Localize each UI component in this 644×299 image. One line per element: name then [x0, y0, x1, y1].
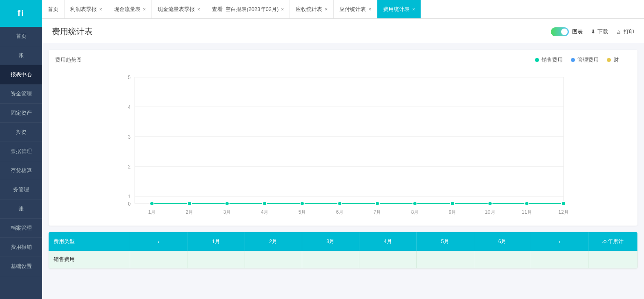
th-month-3: 3月	[302, 232, 359, 251]
page-header: 费用统计表 图表 ⬇ 下载 🖨 打印	[42, 19, 644, 43]
sidebar-item-file-management[interactable]: 档案管理	[0, 219, 42, 238]
table-header: 费用类型 ‹ 1月 2月 3月 4月 5月	[49, 232, 637, 251]
sidebar-item-home[interactable]: 首页	[0, 27, 42, 46]
sidebar-item-fixed-assets[interactable]: 固定资产	[0, 104, 42, 123]
sidebar-item-business-management[interactable]: 务管理	[0, 180, 42, 199]
td-spacer	[130, 251, 187, 268]
svg-text:2: 2	[128, 164, 131, 170]
tab-close-blank-report[interactable]: ×	[281, 7, 284, 12]
svg-point-34	[450, 202, 455, 206]
header-actions: 图表 ⬇ 下载 🖨 打印	[551, 27, 634, 36]
legend-dot-admin	[571, 58, 575, 62]
chart-legend: 销售费用 管理费用 财	[535, 56, 619, 64]
sidebar-item-fund-management[interactable]: 资金管理	[0, 84, 42, 104]
legend-admin-expense: 管理费用	[571, 56, 599, 64]
svg-point-32	[375, 202, 379, 206]
th-prev-arrow[interactable]: ‹	[130, 232, 187, 251]
td-ytd	[588, 251, 637, 268]
sidebar-item-payable[interactable]: 账	[0, 199, 42, 219]
svg-text:0: 0	[128, 201, 131, 207]
td-m3	[302, 251, 359, 268]
main-content: 首页 利润表季报 × 现金流量表 × 现金流量表季报 × 查看_空白报表(202…	[42, 0, 644, 299]
sidebar: fi 首页 账 报表中心 资金管理 固定资产 投资 票据管理 存货核算 务管理 …	[0, 0, 42, 299]
tab-expense-stats[interactable]: 费用统计表 ×	[377, 0, 421, 19]
svg-point-30	[300, 202, 304, 206]
th-month-6: 6月	[474, 232, 531, 251]
download-icon: ⬇	[591, 29, 595, 35]
table-row: 销售费用	[49, 251, 637, 268]
svg-text:5月: 5月	[299, 209, 306, 215]
tab-cashflow-quarterly[interactable]: 现金流量表季报 ×	[152, 0, 206, 19]
legend-dot-sales	[535, 58, 539, 62]
legend-finance-expense: 财	[607, 56, 619, 64]
sidebar-item-inventory[interactable]: 存货核算	[0, 161, 42, 180]
svg-text:2月: 2月	[186, 209, 194, 215]
svg-point-26	[150, 202, 154, 206]
chart-toggle[interactable]	[551, 27, 569, 36]
tab-bar: 首页 利润表季报 × 现金流量表 × 现金流量表季报 × 查看_空白报表(202…	[42, 0, 644, 19]
chart-svg: 5 4 3 2 1 0 1月	[55, 67, 631, 218]
tab-blank-report[interactable]: 查看_空白报表(2023年02月) ×	[206, 0, 290, 19]
svg-point-33	[413, 202, 417, 206]
th-month-4: 4月	[359, 232, 417, 251]
th-month-5: 5月	[417, 232, 474, 251]
svg-text:3月: 3月	[223, 209, 231, 215]
legend-sales-expense: 销售费用	[535, 56, 563, 64]
tab-profit-quarterly[interactable]: 利润表季报 ×	[65, 0, 108, 19]
svg-text:3: 3	[128, 134, 131, 140]
sidebar-item-investment[interactable]: 投资	[0, 123, 42, 142]
th-ytd: 本年累计	[588, 232, 637, 251]
chart-toggle-group: 图表	[551, 27, 583, 36]
th-month-2: 2月	[245, 232, 302, 251]
svg-text:5: 5	[128, 75, 131, 80]
th-month-1: 1月	[187, 232, 245, 251]
svg-point-35	[488, 202, 492, 206]
sidebar-item-ticket-management[interactable]: 票据管理	[0, 142, 42, 161]
svg-text:1: 1	[128, 194, 131, 199]
chart-svg-wrapper: 5 4 3 2 1 0 1月	[55, 67, 631, 219]
svg-text:4月: 4月	[261, 209, 269, 215]
svg-point-27	[187, 202, 192, 206]
tab-receivable-stats[interactable]: 应收统计表 ×	[290, 0, 334, 19]
svg-text:12月: 12月	[558, 209, 568, 215]
svg-text:7月: 7月	[374, 209, 381, 215]
td-m6	[474, 251, 531, 268]
tab-close-receivable-stats[interactable]: ×	[325, 7, 328, 12]
svg-text:4: 4	[128, 104, 131, 110]
svg-text:11月: 11月	[521, 209, 532, 215]
tab-close-profit-quarterly[interactable]: ×	[99, 7, 102, 12]
svg-text:6月: 6月	[336, 209, 344, 215]
legend-label-admin: 管理费用	[577, 56, 599, 64]
sidebar-item-ledger[interactable]: 账	[0, 46, 42, 65]
tab-cashflow[interactable]: 现金流量表 ×	[108, 0, 152, 19]
svg-point-37	[562, 202, 566, 206]
tab-home[interactable]: 首页	[42, 0, 65, 19]
svg-point-28	[225, 202, 229, 206]
page-content: 费用统计表 图表 ⬇ 下载 🖨 打印 费用趋势图	[42, 19, 644, 299]
download-button[interactable]: ⬇ 下载	[591, 28, 608, 35]
tab-close-cashflow-quarterly[interactable]: ×	[197, 7, 200, 12]
svg-point-29	[263, 202, 267, 206]
tab-close-payable-stats[interactable]: ×	[368, 7, 371, 12]
tab-close-cashflow[interactable]: ×	[143, 7, 146, 12]
svg-point-31	[338, 202, 342, 206]
td-m4	[359, 251, 417, 268]
svg-text:1月: 1月	[148, 209, 156, 215]
td-m5	[417, 251, 474, 268]
tab-close-expense-stats[interactable]: ×	[412, 7, 415, 12]
td-m2	[245, 251, 302, 268]
td-spacer2	[531, 251, 588, 268]
chart-title: 费用趋势图	[55, 57, 82, 63]
tab-payable-stats[interactable]: 应付统计表 ×	[334, 0, 377, 19]
chart-header: 费用趋势图 销售费用 管理费用 财	[55, 56, 631, 64]
print-button[interactable]: 🖨 打印	[616, 28, 634, 35]
sidebar-item-report-center[interactable]: 报表中心	[0, 65, 42, 84]
th-next-arrow[interactable]: ›	[531, 232, 588, 251]
svg-point-36	[525, 202, 529, 206]
sidebar-item-basic-settings[interactable]: 基础设置	[0, 257, 42, 276]
svg-text:8月: 8月	[411, 209, 419, 215]
chart-section: 费用趋势图 销售费用 管理费用 财	[49, 50, 637, 226]
svg-text:9月: 9月	[449, 209, 457, 215]
page-title: 费用统计表	[52, 26, 93, 37]
sidebar-item-expense-reimbursement[interactable]: 费用报销	[0, 238, 42, 257]
